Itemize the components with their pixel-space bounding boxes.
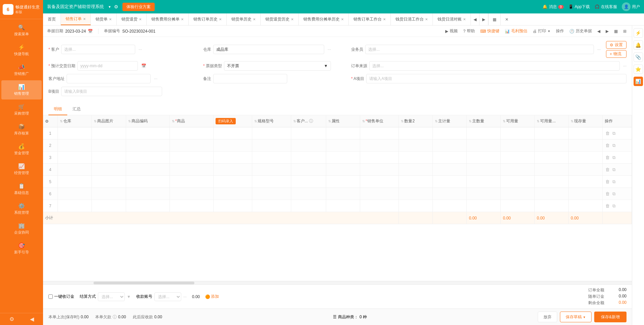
user-btn[interactable]: 👤 用户 xyxy=(622,2,640,11)
scroll-bar[interactable] xyxy=(43,281,632,284)
row-delete-btn[interactable]: 🗑 xyxy=(605,191,610,197)
row-copy-btn[interactable]: ⧉ xyxy=(612,130,616,136)
sidebar-item-marketing[interactable]: 📣 营销推广 xyxy=(1,60,42,80)
right-panel-btn-3[interactable]: 📎 xyxy=(634,52,643,62)
cell-main-qty[interactable] xyxy=(467,152,501,164)
cell-attr[interactable] xyxy=(326,127,360,139)
tab-prev-btn[interactable]: ◀ xyxy=(471,13,480,25)
tab-sales-order-workbench[interactable]: 销售订单工作台 ✕ xyxy=(349,13,391,25)
sidebar-item-purchase[interactable]: 🛒 采购管理 xyxy=(1,100,42,119)
cell-product-code[interactable] xyxy=(126,176,170,188)
tab-close-icon[interactable]: ✕ xyxy=(181,17,184,21)
cell-main-unit[interactable] xyxy=(433,188,467,200)
tab-close-icon[interactable]: ✕ xyxy=(253,17,256,21)
cell-sales-unit[interactable] xyxy=(360,152,399,164)
toolbar-prev-btn[interactable]: ◀ xyxy=(596,28,602,34)
settings-icon[interactable]: ⚙ xyxy=(45,119,49,124)
cell-current-stock[interactable] xyxy=(569,164,603,176)
cell-attr[interactable] xyxy=(326,164,360,176)
cell-available2[interactable] xyxy=(535,139,569,152)
cell-customer-code[interactable] xyxy=(291,188,326,200)
tab-list-btn[interactable]: ▦ xyxy=(488,13,500,26)
cell-current-stock[interactable] xyxy=(569,176,603,188)
cell-main-unit[interactable] xyxy=(433,200,467,212)
history-btn[interactable]: 🕐 历史单据 xyxy=(568,28,593,35)
settings-button[interactable]: ⚙ 设置 xyxy=(606,41,627,49)
view-btn[interactable]: ▶ 视频 xyxy=(444,28,459,35)
customer-more-icon[interactable]: ··· xyxy=(139,47,142,52)
tab-sales-fee-split[interactable]: 销售费用分摊单 ✕ xyxy=(147,13,189,25)
tab-cash-daily-account[interactable]: 钱货日清对账 ✕ xyxy=(433,13,471,25)
cell-warehouse[interactable] xyxy=(58,152,91,164)
scan-button[interactable]: 扫码录入 xyxy=(216,118,236,124)
sidebar-item-quick-nav[interactable]: ⚡ 快捷导航 xyxy=(1,41,42,60)
cell-qty2[interactable] xyxy=(399,164,433,176)
cell-spec[interactable] xyxy=(252,164,291,176)
cell-warehouse[interactable] xyxy=(58,188,91,200)
row-delete-btn[interactable]: 🗑 xyxy=(605,142,610,149)
cell-current-stock[interactable] xyxy=(569,139,603,152)
cell-qty2[interactable] xyxy=(399,152,433,164)
cell-customer-code[interactable] xyxy=(291,152,326,164)
cell-qty2[interactable] xyxy=(399,127,433,139)
cell-product[interactable] xyxy=(170,127,214,139)
toolbar-next-btn[interactable]: ▶ xyxy=(604,28,610,34)
cell-qty2[interactable] xyxy=(399,176,433,188)
cell-spec[interactable] xyxy=(252,188,291,200)
sidebar-item-enterprise[interactable]: 🏢 企业协同 xyxy=(1,219,42,238)
cell-available2[interactable] xyxy=(535,200,569,212)
cell-product-img[interactable] xyxy=(91,152,126,164)
cell-available[interactable] xyxy=(501,188,535,200)
right-panel-btn-4[interactable]: ⭐ xyxy=(634,65,643,74)
tab-sales-history[interactable]: 销货单历史 ✕ xyxy=(227,13,261,25)
b-project-input[interactable] xyxy=(61,87,162,96)
app-download-btn[interactable]: 📱 App下载 xyxy=(568,4,590,10)
calendar-icon[interactable]: 📅 xyxy=(88,29,93,34)
cell-warehouse[interactable] xyxy=(58,200,91,212)
tab-close-all-btn[interactable]: ✕ xyxy=(500,13,513,26)
row-delete-btn[interactable]: 🗑 xyxy=(605,203,610,209)
save-new-button[interactable]: 保存&新增 xyxy=(594,312,627,322)
cell-sales-unit[interactable] xyxy=(360,188,399,200)
cell-product[interactable] xyxy=(170,164,214,176)
cell-available[interactable] xyxy=(501,139,535,152)
row-copy-btn[interactable]: ⧉ xyxy=(612,203,616,209)
row-copy-btn[interactable]: ⧉ xyxy=(612,142,616,149)
cell-product-img[interactable] xyxy=(91,127,126,139)
cell-product[interactable] xyxy=(170,188,214,200)
cell-customer-code[interactable] xyxy=(291,139,326,152)
customer-input[interactable] xyxy=(61,45,135,54)
cell-customer-code[interactable] xyxy=(291,127,326,139)
cell-spec[interactable] xyxy=(252,152,291,164)
tab-next-btn[interactable]: ▶ xyxy=(480,13,488,25)
toolbar-list-view-btn[interactable]: ▦ xyxy=(613,28,619,34)
cell-sales-unit[interactable] xyxy=(360,176,399,188)
account-select[interactable]: 选择... xyxy=(154,292,181,301)
tab-detail[interactable]: 明细 xyxy=(48,104,67,115)
cell-available[interactable] xyxy=(501,127,535,139)
cell-available2[interactable] xyxy=(535,188,569,200)
shortcut-btn[interactable]: ⌨ 快捷键 xyxy=(479,28,501,35)
add-payment-btn[interactable]: 🟠 添加 xyxy=(205,294,219,299)
cell-product-code[interactable] xyxy=(126,152,170,164)
cell-customer-code[interactable] xyxy=(291,164,326,176)
tab-home[interactable]: 首页 xyxy=(43,13,61,25)
warehouse-select[interactable]: 成品库 xyxy=(213,45,324,54)
row-copy-btn[interactable]: ⧉ xyxy=(612,178,616,185)
row-copy-btn[interactable]: ⧉ xyxy=(612,191,616,197)
tab-close-icon[interactable]: ✕ xyxy=(83,17,86,21)
cell-warehouse[interactable] xyxy=(58,127,91,139)
cell-main-qty[interactable] xyxy=(467,200,501,212)
sidebar-item-basic-info[interactable]: 📋 基础信息 xyxy=(1,179,42,199)
right-panel-btn-2[interactable]: 🔔 xyxy=(634,40,643,50)
sidebar-item-search[interactable]: 🔍 搜索菜单 xyxy=(1,21,42,40)
staff-more-icon[interactable]: ··· xyxy=(597,47,601,52)
cell-product[interactable] xyxy=(170,200,214,212)
tab-sales-goods-return[interactable]: 销货退货 ✕ xyxy=(117,13,147,25)
cell-customer-code[interactable] xyxy=(291,176,326,188)
cell-attr[interactable] xyxy=(326,176,360,188)
right-panel-btn-1[interactable]: ⚡ xyxy=(634,28,643,38)
cell-product-code[interactable] xyxy=(126,127,170,139)
calendar-icon[interactable]: 📅 xyxy=(141,64,146,68)
cell-product-img[interactable] xyxy=(91,176,126,188)
